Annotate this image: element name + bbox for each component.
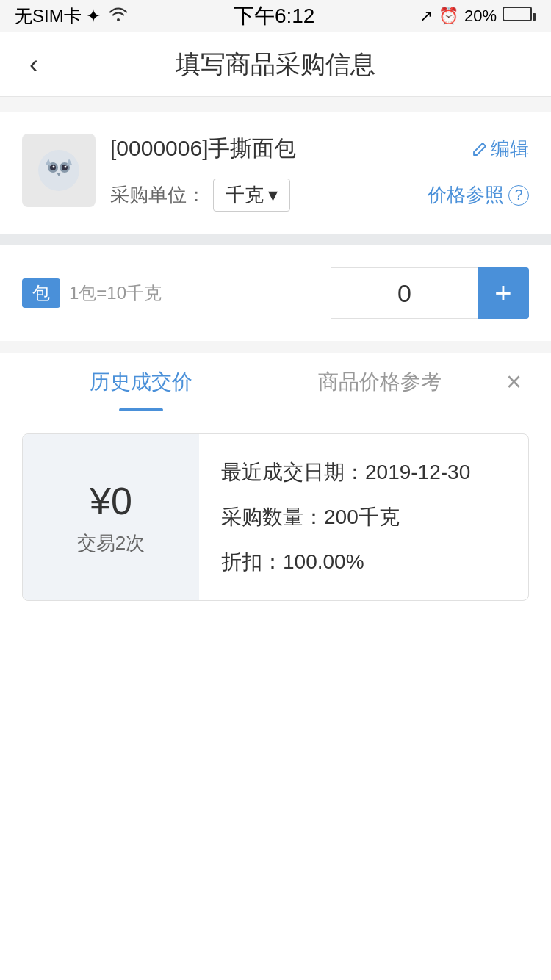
back-button[interactable]: ‹ xyxy=(22,42,46,87)
carrier-text: 无SIM卡 ✦ xyxy=(15,4,101,28)
unit-conversion: 1包=10千克 xyxy=(69,281,162,305)
edit-label: 编辑 xyxy=(491,136,529,162)
price-details: 最近成交日期：2019-12-30 采购数量：200千克 折扣：100.00% xyxy=(199,434,528,600)
section-divider xyxy=(0,234,551,245)
price-ref-help-icon: ? xyxy=(508,185,529,206)
price-amount: ¥0 xyxy=(90,479,132,523)
page-bottom xyxy=(0,623,551,980)
battery-percent: 20% xyxy=(464,7,497,26)
dropdown-arrow-icon: ▾ xyxy=(268,184,278,206)
unit-label: 采购单位： 千克 ▾ xyxy=(110,179,290,212)
unit-info: 包 1包=10千克 xyxy=(22,278,162,308)
quantity-input[interactable] xyxy=(331,267,478,319)
price-history-card: ¥0 交易2次 最近成交日期：2019-12-30 采购数量：200千克 折扣：… xyxy=(22,433,529,601)
product-info: [0000006]手撕面包 编辑 采购单位： 千克 ▾ 价格参照 ? xyxy=(110,134,529,212)
quantity-plus-button[interactable]: + xyxy=(478,267,529,319)
quantity-row-detail: 采购数量：200千克 xyxy=(221,501,506,534)
status-bar: 无SIM卡 ✦ 下午6:12 ↗ ⏰ 20% xyxy=(0,0,551,32)
nav-bar: ‹ 填写商品采购信息 xyxy=(0,32,551,97)
recent-date-row: 最近成交日期：2019-12-30 xyxy=(221,456,506,489)
svg-point-0 xyxy=(38,150,79,191)
product-name: [0000006]手撕面包 xyxy=(110,134,296,164)
tab-content: ¥0 交易2次 最近成交日期：2019-12-30 采购数量：200千克 折扣：… xyxy=(0,411,551,623)
quantity-row: 包 1包=10千克 + xyxy=(0,245,551,341)
status-time: 下午6:12 xyxy=(234,2,315,30)
tabs-header: 历史成交价 商品价格参考 × xyxy=(0,353,551,411)
product-card: [0000006]手撕面包 编辑 采购单位： 千克 ▾ 价格参照 ? xyxy=(0,112,551,234)
price-ref-button[interactable]: 价格参照 ? xyxy=(428,182,529,208)
discount-row: 折扣：100.00% xyxy=(221,546,506,579)
price-summary: ¥0 交易2次 xyxy=(23,434,199,600)
page-title: 填写商品采购信息 xyxy=(176,48,375,82)
edit-button[interactable]: 编辑 xyxy=(472,136,529,162)
product-header: [0000006]手撕面包 编辑 xyxy=(110,134,529,164)
trade-count: 交易2次 xyxy=(77,530,145,556)
status-carrier: 无SIM卡 ✦ xyxy=(15,4,129,28)
svg-point-5 xyxy=(53,166,55,168)
wifi-icon xyxy=(108,6,129,26)
bottom-sheet: 历史成交价 商品价格参考 × ¥0 交易2次 最近成交日期：2019-12-30… xyxy=(0,353,551,623)
unit-select[interactable]: 千克 ▾ xyxy=(213,179,290,212)
alarm-icon: ⏰ xyxy=(439,7,458,26)
status-icons: ↗ ⏰ 20% xyxy=(419,7,536,26)
battery-icon xyxy=(503,7,536,26)
product-unit-row: 采购单位： 千克 ▾ 价格参照 ? xyxy=(110,179,529,212)
product-thumbnail xyxy=(22,134,96,207)
close-button[interactable]: × xyxy=(499,359,529,405)
tab-history-price[interactable]: 历史成交价 xyxy=(22,353,260,411)
unit-badge: 包 xyxy=(22,278,60,308)
location-icon: ↗ xyxy=(419,7,433,26)
quantity-control: + xyxy=(331,267,529,319)
tab-product-price-ref[interactable]: 商品价格参考 xyxy=(260,353,498,411)
